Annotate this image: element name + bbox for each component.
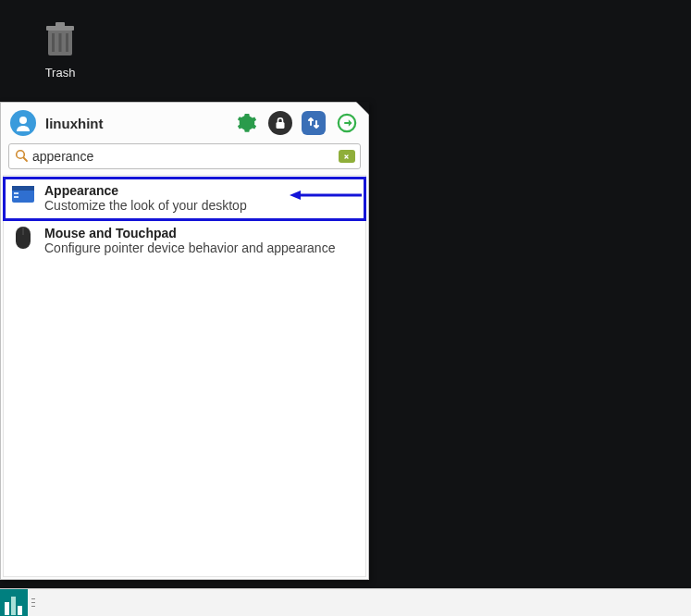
annotation-arrow [290,191,362,200]
result-desc: Customize the look of your desktop [44,198,247,215]
search-wrap [1,140,368,175]
svg-rect-14 [14,196,19,198]
svg-rect-5 [66,33,68,52]
desktop-icon-trash[interactable]: Trash [35,22,85,80]
switch-user-button[interactable] [302,111,326,135]
trash-icon [44,22,76,60]
avatar[interactable] [10,110,36,136]
menu-corner-fold [356,102,369,115]
mouse-icon [11,226,35,250]
lock-button[interactable] [268,111,292,135]
result-mouse-touchpad[interactable]: Mouse and Touchpad Configure pointer dev… [4,220,365,263]
user-icon [15,115,31,131]
result-desc: Configure pointer device behavior and ap… [44,240,335,257]
svg-rect-12 [12,186,34,191]
search-field[interactable] [8,143,361,169]
swap-icon [306,116,321,130]
menu-header: linuxhint [1,103,368,140]
svg-rect-21 [18,606,22,615]
svg-marker-18 [290,191,301,200]
search-icon [14,148,29,166]
svg-rect-4 [59,33,62,52]
logout-icon [337,113,357,133]
gear-icon [237,113,257,133]
clear-search-button[interactable] [339,150,355,163]
backspace-x-icon [342,153,352,160]
settings-button[interactable] [235,111,259,135]
svg-rect-19 [5,602,9,615]
taskbar-drag-handle[interactable] [31,589,39,617]
manjaro-icon [5,597,23,615]
search-results: Appearance Customize the look of your de… [3,175,366,577]
svg-rect-2 [56,22,65,27]
lock-icon [274,117,287,129]
result-title: Appearance [44,183,247,198]
start-button[interactable] [0,589,28,617]
application-menu: linuxhint [0,102,369,580]
username-label: linuxhint [45,116,226,131]
svg-point-6 [19,117,27,124]
svg-line-10 [24,157,28,161]
svg-rect-3 [52,33,55,52]
svg-rect-20 [11,597,16,615]
desktop-icon-label: Trash [45,66,76,80]
search-input[interactable] [29,149,339,164]
svg-rect-13 [14,192,19,194]
svg-rect-7 [277,122,285,129]
result-title: Mouse and Touchpad [44,226,335,240]
taskbar [0,588,691,616]
appearance-icon [11,183,35,207]
